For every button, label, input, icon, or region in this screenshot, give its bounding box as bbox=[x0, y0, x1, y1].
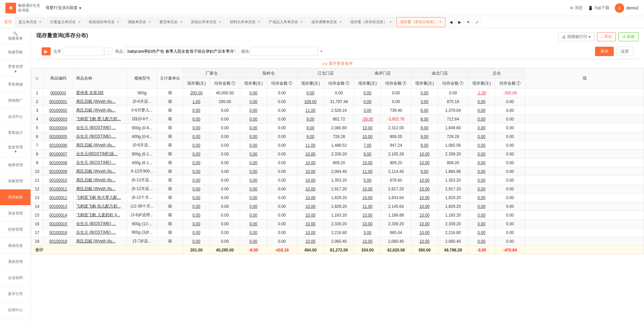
cell-fj-qty[interactable]: 0.00 bbox=[183, 228, 210, 237]
cell-lc-qty[interactable]: 0.00 bbox=[240, 115, 267, 124]
tab-item-10[interactable]: 现存量（库存状况表） ✕ bbox=[346, 17, 395, 27]
cell-na-qty[interactable]: 10.00 bbox=[354, 124, 381, 132]
cell-total-qty[interactable]: -1.00 bbox=[468, 89, 495, 97]
cell-lc-qty[interactable]: 0.00 bbox=[240, 193, 267, 202]
cell-code[interactable]: 0000003 bbox=[43, 89, 73, 97]
cell-total-qty[interactable]: 0.00 bbox=[468, 106, 495, 115]
cell-jb-qty[interactable]: 10.00 bbox=[297, 185, 324, 193]
goods-input[interactable] bbox=[124, 47, 238, 56]
cell-jb-qty[interactable]: 11.00 bbox=[297, 141, 324, 150]
cell-yb-qty[interactable]: 6.00 bbox=[411, 106, 438, 115]
cell-name[interactable]: 惠氏启赋 (Wyeth illu... bbox=[73, 185, 127, 193]
message-btn[interactable]: ✉ 消息 bbox=[570, 5, 583, 11]
sidebar-item-retail-mall[interactable]: 零售商城 bbox=[0, 77, 31, 93]
cell-total-qty[interactable]: 0.00 bbox=[468, 97, 495, 106]
cell-yb-qty[interactable]: 8.00 bbox=[411, 124, 438, 132]
cell-na-qty[interactable]: 0.00 bbox=[354, 97, 381, 106]
tab-close-icon[interactable]: ✕ bbox=[78, 20, 80, 24]
sidebar-item-member[interactable]: 会员中心 bbox=[0, 109, 31, 125]
tab-item-7[interactable]: 材料出库单历史 ✕ bbox=[226, 17, 264, 27]
cell-lc-qty[interactable]: 0.00 bbox=[240, 106, 267, 115]
cell-yb-qty[interactable]: 10.00 bbox=[411, 202, 438, 211]
cell-yb-qty[interactable]: 9.00 bbox=[411, 132, 438, 141]
cell-total-qty[interactable]: 0.00 bbox=[468, 211, 495, 220]
tab-close-icon[interactable]: ✕ bbox=[180, 20, 182, 24]
cell-total-qty[interactable]: 0.00 bbox=[468, 185, 495, 193]
cell-name[interactable]: 飞鹤星飞帆 婴儿配方奶... bbox=[73, 115, 127, 124]
cell-name[interactable]: 合生元 (BIOSTIME) ... bbox=[73, 158, 127, 167]
cell-na-qty[interactable]: 7.00 bbox=[354, 141, 381, 150]
cell-code[interactable]: 00100014 bbox=[43, 211, 73, 220]
cell-code[interactable]: 00100013 bbox=[43, 202, 73, 211]
cell-total-qty[interactable]: 0.00 bbox=[468, 124, 495, 132]
cell-jb-qty[interactable]: 10.00 bbox=[297, 167, 324, 176]
tab-nav-prev[interactable]: ◀ bbox=[447, 18, 455, 26]
cell-na-qty[interactable]: 10.00 bbox=[354, 237, 381, 246]
cell-fj-qty[interactable]: 1.00 bbox=[183, 97, 210, 106]
cell-lc-qty[interactable]: 0.00 bbox=[240, 132, 267, 141]
cell-lc-qty[interactable]: 0.00 bbox=[240, 185, 267, 193]
cell-total-qty[interactable]: 0.00 bbox=[468, 176, 495, 185]
tab-close-icon[interactable]: ✕ bbox=[258, 20, 260, 24]
cell-jb-qty[interactable]: 11.00 bbox=[297, 106, 324, 115]
cell-name[interactable]: 合生元(BIOSTIME)派... bbox=[73, 150, 127, 158]
cell-code[interactable]: 00100015 bbox=[43, 220, 73, 228]
cell-na-qty[interactable]: 9.00 bbox=[354, 150, 381, 158]
cell-yb-qty[interactable]: 0.00 bbox=[411, 89, 438, 97]
tab-close-icon[interactable]: ✕ bbox=[339, 20, 342, 24]
cell-total-qty[interactable]: 0.00 bbox=[468, 141, 495, 150]
table-container[interactable]: ⚙ 商品编码 商品名称 规格型号 主计量单位 厂家仓 陆村仓 江北门店 南岸门店… bbox=[31, 68, 644, 324]
cell-yb-qty[interactable]: 8.00 bbox=[411, 115, 438, 124]
sidebar-item-enterprise[interactable]: 企业协同 bbox=[0, 270, 31, 286]
cell-total-qty[interactable]: 0.00 bbox=[468, 202, 495, 211]
cell-fj-qty[interactable]: 0.00 bbox=[183, 158, 210, 167]
cell-yb-qty[interactable]: 10.00 bbox=[411, 158, 438, 167]
cell-na-qty[interactable]: 10.00 bbox=[354, 185, 381, 193]
cell-fj-qty[interactable]: 0.00 bbox=[183, 193, 210, 202]
setting-button[interactable]: 设置 bbox=[616, 47, 633, 56]
cell-na-qty[interactable]: 10.00 bbox=[354, 193, 381, 202]
cell-jb-qty[interactable]: 10.00 bbox=[297, 228, 324, 237]
cell-yb-qty[interactable]: 8.00 bbox=[411, 141, 438, 150]
cell-fj-qty[interactable]: 0.00 bbox=[183, 220, 210, 228]
cell-fj-qty[interactable]: 0.00 bbox=[183, 211, 210, 220]
app-download-btn[interactable]: 📱 App下载 bbox=[588, 5, 609, 11]
cell-total-qty[interactable]: 0.00 bbox=[468, 115, 495, 124]
cell-name[interactable]: 惠氏启赋 (Wyeth illu... bbox=[73, 167, 127, 176]
sidebar-item-retail-mgmt[interactable]: 零售管理 ▲ bbox=[0, 60, 31, 77]
sidebar-item-ecommerce[interactable]: 电商管理 bbox=[0, 157, 31, 173]
tab-close-icon[interactable]: ✕ bbox=[389, 20, 392, 24]
tab-item-8[interactable]: 产成品入库单历史 ✕ bbox=[265, 17, 307, 27]
tab-close-icon[interactable]: ✕ bbox=[148, 20, 151, 24]
refresh-button[interactable]: ↺ 刷新 bbox=[619, 32, 639, 41]
cell-jb-qty[interactable]: 10.00 bbox=[297, 193, 324, 202]
cell-fj-qty[interactable]: 0.00 bbox=[183, 176, 210, 185]
cell-name[interactable]: 惠氏启赋 (Wyeth illu... bbox=[73, 237, 127, 246]
search-button[interactable]: 查询 bbox=[595, 47, 614, 56]
cell-code[interactable]: 00100006 bbox=[43, 141, 73, 150]
cell-na-qty[interactable]: 10.00 bbox=[354, 158, 381, 167]
cell-jb-qty[interactable]: 9.00 bbox=[297, 115, 324, 124]
cell-lc-qty[interactable]: 0.00 bbox=[240, 220, 267, 228]
expand-filter-btn[interactable]: ∨∨ 展开更多条件 bbox=[322, 61, 353, 66]
cell-name[interactable]: 飞鹤星飞帆 较大婴儿配... bbox=[73, 193, 127, 202]
cell-fj-qty[interactable]: 0.00 bbox=[183, 115, 210, 124]
cell-jb-qty[interactable]: 10.00 bbox=[297, 202, 324, 211]
cell-name[interactable]: 合生元 (BIOSTIME) ... bbox=[73, 124, 127, 132]
cell-code[interactable]: 00100011 bbox=[43, 185, 73, 193]
cell-na-qty[interactable]: 10.00 bbox=[354, 211, 381, 220]
cell-total-qty[interactable]: 0.00 bbox=[468, 237, 495, 246]
org-selector[interactable]: 母婴行业演示陈套 ▾ bbox=[46, 5, 81, 11]
cell-jb-qty[interactable]: 10.00 bbox=[297, 150, 324, 158]
cell-jb-qty[interactable]: 10.00 bbox=[297, 237, 324, 246]
cell-name[interactable]: 惠氏启赋 (Wyeth illu... bbox=[73, 106, 127, 115]
cell-yb-qty[interactable]: 3.00 bbox=[411, 97, 438, 106]
cell-lc-qty[interactable]: 0.00 bbox=[240, 167, 267, 176]
cell-jb-qty[interactable]: 0.00 bbox=[297, 89, 324, 97]
filter-toggle-btn[interactable]: ▶ bbox=[42, 47, 51, 55]
cell-jb-qty[interactable]: 109.00 bbox=[297, 97, 324, 106]
tab-item-11[interactable]: 现存量（库存分布表） ✕ bbox=[396, 17, 445, 27]
cell-jb-qty[interactable]: 10.00 bbox=[297, 158, 324, 167]
cell-lc-qty[interactable]: 0.00 bbox=[240, 141, 267, 150]
tab-item-9[interactable]: 成本调整单历史 ✕ bbox=[308, 17, 345, 27]
